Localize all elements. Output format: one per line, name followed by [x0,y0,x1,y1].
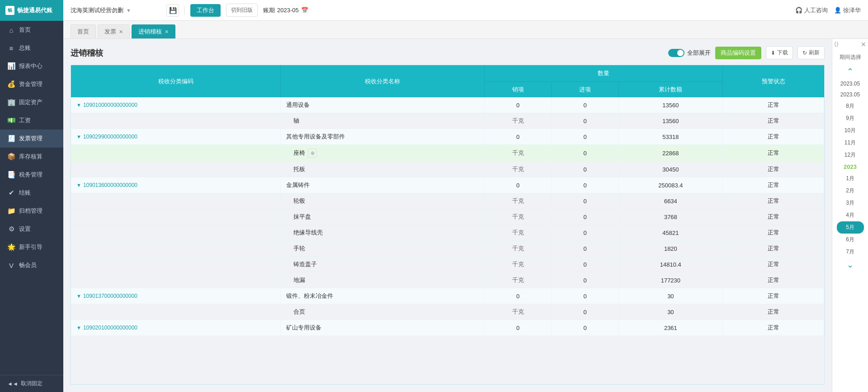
period-item[interactable]: 5月 [837,221,864,234]
calendar-icon[interactable]: 📅 [301,7,308,14]
sidebar-item-label: 总账 [19,44,31,52]
tab-invoice[interactable]: 发票 ✕ [98,24,130,38]
refresh-button[interactable]: ↻ 刷新 [797,46,825,59]
period-item[interactable]: 4月 [837,209,864,221]
tab-invoice-label: 发票 [104,28,116,36]
sidebar-item-archive[interactable]: 📁 归档管理 [0,202,63,220]
table-cell-total: 14810.4 [618,257,722,272]
period-item[interactable]: 2023 [837,161,864,172]
table-row: 轮毂 千克 0 6634 正常 [71,193,824,209]
save-icon: 💾 [169,7,177,14]
collapse-icon[interactable]: ▼ [76,293,81,299]
checkout-icon: ✔ [7,189,15,197]
sidebar-item-inventory[interactable]: 📦 库存核算 [0,148,63,166]
unpin-button[interactable]: ◄◄ 取消固定 [0,375,63,392]
sidebar: 畅 畅捷通易代账 ⌂ 首页 ≡ 总账 📊 报表中心 💰 资金管理 🏢 固定资产 … [0,0,63,392]
toggle-switch[interactable] [668,49,684,57]
table-cell-status: 正常 [723,145,824,162]
sidebar-item-label: 结账 [19,189,31,197]
collapse-icon[interactable]: ▼ [76,182,81,188]
table-cell-purchase: 0 [552,288,618,304]
period-item[interactable]: 8月 [837,100,864,112]
period-item[interactable]: 11月 [837,137,864,149]
workbench-button[interactable]: 工作台 [190,4,221,17]
collapse-icon[interactable]: ▼ [76,134,81,139]
table-cell-name: 通用设备 [281,97,485,113]
table-cell-status: 正常 [723,288,824,304]
company-selector[interactable]: 沈海英测试经营勿删 ▼ [71,6,161,14]
tab-reconcile[interactable]: 进销稽核 ✕ [132,24,175,38]
sidebar-item-vip[interactable]: V 畅会员 [0,256,63,274]
sidebar-item-label: 发票管理 [19,134,42,143]
download-button[interactable]: ⬇ 下载 [766,46,793,59]
period-item[interactable]: 2023.05 [837,89,864,100]
close-icon[interactable]: ✕ [119,29,123,35]
period-panel-label: 期间选择 [840,53,861,61]
sidebar-item-guide[interactable]: 🌟 新手引导 [0,238,63,256]
col-purchase-header: 进项 [552,82,618,98]
table-cell-purchase: 0 [552,272,618,288]
sidebar-item-home[interactable]: ⌂ 首页 [0,21,63,39]
assets-icon: 🏢 [7,98,15,106]
sidebar-item-salary[interactable]: 💵 工资 [0,111,63,129]
table-cell-purchase: 0 [552,162,618,177]
sidebar-item-label: 资金管理 [19,80,42,88]
tab-home[interactable]: 首页 [71,24,96,38]
download-label: 下载 [777,49,788,57]
table-cell-total: 22868 [618,145,722,162]
sidebar-item-checkout[interactable]: ✔ 结账 [0,184,63,202]
sidebar-item-label: 设置 [19,225,31,233]
table-cell-unit: 千克 [485,272,552,288]
sidebar-item-ledger[interactable]: ≡ 总账 [0,39,63,57]
panel-expand-button[interactable]: ⟨⟩ [834,41,839,48]
table-cell-name: 手轮 [281,241,485,257]
period-item[interactable]: 2月 [837,185,864,197]
close-icon[interactable]: ✕ [165,29,169,35]
table-cell-purchase: 0 [552,177,618,193]
sku-setting-button[interactable]: 商品编码设置 [715,47,761,59]
period-item[interactable]: 1月 [837,172,864,185]
old-version-button[interactable]: 切到旧版 [226,4,258,17]
table-cell-name: 金属铸件 [281,177,485,193]
period-item[interactable]: 6月 [837,234,864,246]
period-item[interactable]: 2023.05 [837,78,864,89]
col-tax-name-header: 税收分类名称 [281,65,485,97]
table-row: 地漏 千克 0 177230 正常 [71,272,824,288]
sidebar-item-settings[interactable]: ⚙ 设置 [0,220,63,238]
user-menu[interactable]: 👤 徐泽华 [834,6,861,14]
expand-all-toggle[interactable]: 全部展开 [668,49,711,57]
period-item[interactable]: 7月 [837,246,864,258]
table-row: ▼109013600000000000 金属铸件 0 0 250083.4 正常 [71,177,824,193]
period-item[interactable]: 12月 [837,149,864,161]
search-inline-icon[interactable]: ⊕ [308,148,317,158]
collapse-icon[interactable]: ▼ [76,325,81,330]
table-row: ▼109029900000000000 其他专用设备及零部件 0 0 53318… [71,129,824,145]
save-button[interactable]: 💾 [166,4,179,17]
table-cell-code [71,162,281,177]
period-panel: ✕ ⟨⟩ 期间选择 ⌃ 2023.052023.058月9月10月11月12月2… [832,39,868,392]
service-button[interactable]: 🎧 人工咨询 [795,6,828,14]
table-cell-name: 地漏 [281,272,485,288]
scroll-up-button[interactable]: ⌃ [845,65,855,78]
period-item[interactable]: 9月 [837,112,864,124]
sidebar-item-tax[interactable]: 📑 税务管理 [0,166,63,184]
period-item[interactable]: 10月 [837,124,864,137]
table-cell-purchase: 0 [552,193,618,209]
sidebar-item-reports[interactable]: 📊 报表中心 [0,57,63,75]
table-cell-unit: 千克 [485,257,552,272]
col-total-header: 累计数额 [618,82,722,98]
sidebar-item-assets[interactable]: 🏢 固定资产 [0,93,63,111]
table-cell-unit: 千克 [485,145,552,162]
scroll-down-button[interactable]: ⌄ [845,258,855,272]
period-item[interactable]: 3月 [837,197,864,209]
table-cell-total: 30 [618,288,722,304]
guide-icon: 🌟 [7,243,15,251]
sidebar-item-funds[interactable]: 💰 资金管理 [0,75,63,93]
collapse-icon[interactable]: ▼ [76,102,81,108]
refresh-label: 刷新 [809,49,820,57]
table-cell-code [71,193,281,209]
panel-close-button[interactable]: ✕ [861,41,866,48]
table-cell-status: 正常 [723,193,824,209]
table-cell-purchase: 0 [552,209,618,225]
sidebar-item-invoice[interactable]: 🧾 发票管理 [0,129,63,148]
